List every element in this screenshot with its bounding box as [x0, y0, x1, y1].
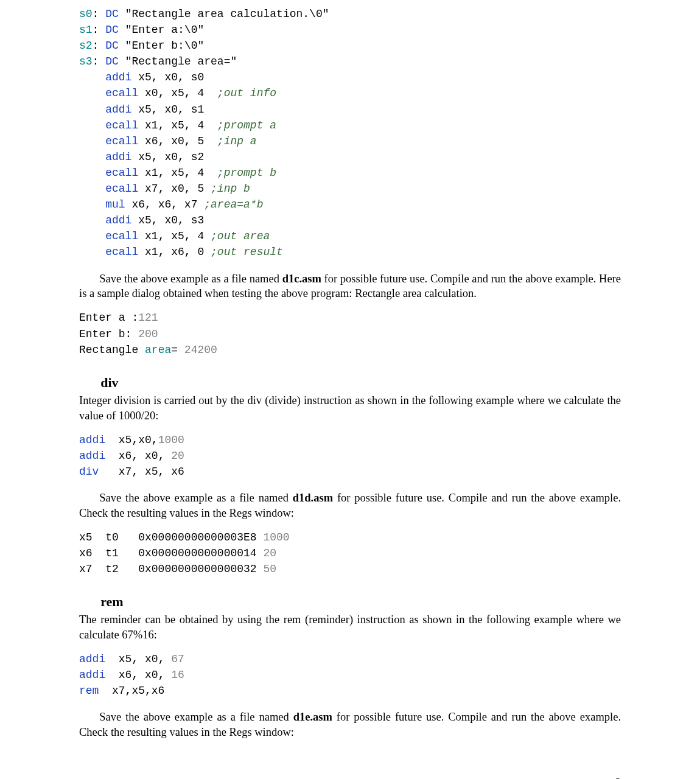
num: 1000 [158, 434, 184, 446]
reg-dec: 20 [263, 547, 276, 559]
str-s3: "Rectangle area=" [125, 55, 237, 68]
args: x5, x0, s1 [131, 103, 204, 116]
op-ecall: ecall [105, 167, 138, 179]
kw-dc: DC [105, 8, 119, 20]
paragraph-save-d1d: Save the above example as a file named d… [79, 491, 621, 521]
dialog-row: Enter a : [79, 312, 138, 324]
num: 67 [171, 653, 184, 665]
num: 16 [171, 669, 184, 681]
args: x5,x0, [105, 434, 158, 446]
op-addi: addi [105, 71, 131, 83]
comment: ;inp b [211, 183, 250, 195]
args: x1, x5, 4 [138, 230, 211, 242]
args: x7,x5,x6 [99, 685, 164, 697]
args: x1, x5, 4 [138, 167, 217, 179]
args: x1, x5, 4 [138, 119, 217, 131]
kw-dc: DC [105, 55, 119, 68]
comment: ;area=a*b [204, 198, 263, 211]
reg-row: x6 t1 [79, 547, 138, 559]
reg-row: x5 t0 [79, 531, 138, 543]
comment: ;prompt a [217, 119, 276, 131]
reg-hex: 0x00000000000003E8 [138, 531, 263, 543]
args: x7, x0, 5 [138, 183, 211, 195]
op-addi: addi [79, 669, 105, 681]
dialog-row: Enter b: [79, 328, 138, 340]
reg-hex: 0x0000000000000032 [138, 563, 263, 575]
dialog-row: area [145, 344, 171, 356]
comment: ;inp a [217, 135, 257, 147]
op-ecall: ecall [105, 135, 138, 147]
str-s1: "Enter a:\0" [125, 24, 205, 36]
regs-div: x5 t0 0x00000000000003E8 1000 x6 t1 0x00… [79, 529, 621, 577]
op-rem: rem [79, 685, 99, 697]
code-div: addi x5,x0,1000 addi x6, x0, 20 div x7, … [79, 432, 621, 480]
heading-rem: rem [100, 594, 621, 610]
label-s2: s2 [79, 40, 93, 52]
dialog-row: = [171, 344, 184, 356]
dialog-row: Rectangle [79, 344, 145, 356]
document-page: s0: DC "Rectangle area calculation.\0" s… [0, 0, 700, 779]
text: Save the above example as a file named [99, 273, 282, 285]
reg-hex: 0x0000000000000014 [138, 547, 263, 559]
page-number: 3 [79, 777, 621, 779]
op-addi: addi [105, 151, 131, 163]
str-s0: "Rectangle area calculation.\0" [125, 8, 329, 20]
code-rectangle: s0: DC "Rectangle area calculation.\0" s… [79, 6, 621, 260]
label-s0: s0 [79, 8, 93, 20]
sample-dialog: Enter a :121 Enter b: 200 Rectangle area… [79, 310, 621, 357]
dialog-value: 200 [138, 328, 158, 340]
dialog-value: 24200 [184, 344, 217, 356]
dialog-value: 121 [138, 312, 158, 324]
filename-d1c: d1c.asm [282, 273, 321, 285]
op-addi: addi [79, 450, 105, 462]
comment: ;out area [211, 230, 270, 242]
reg-dec: 50 [263, 563, 276, 575]
op-mul: mul [105, 198, 125, 211]
code-rem: addi x5, x0, 67 addi x6, x0, 16 rem x7,x… [79, 651, 621, 699]
op-ecall: ecall [105, 119, 138, 131]
op-addi: addi [105, 103, 131, 116]
args: x0, x5, 4 [138, 87, 217, 99]
comment: ;prompt b [217, 167, 276, 179]
args: x5, x0, s2 [131, 151, 204, 163]
text: Save the above example as a file named [99, 492, 292, 504]
reg-row: x7 t2 [79, 563, 138, 575]
op-addi: addi [79, 653, 105, 665]
paragraph-save-d1c: Save the above example as a file named d… [79, 271, 621, 302]
args: x5, x0, [105, 653, 171, 665]
num: 20 [171, 450, 184, 462]
text: Save the above example as a file named [99, 711, 293, 723]
str-s2: "Enter b:\0" [125, 40, 205, 52]
op-addi: addi [79, 434, 105, 446]
args: x6, x0, [105, 669, 171, 681]
args: x5, x0, s3 [131, 214, 204, 226]
paragraph-div: Integer division is carried out by the d… [79, 393, 621, 424]
op-div: div [79, 466, 99, 478]
args: x7, x5, x6 [99, 466, 184, 478]
label-s1: s1 [79, 24, 93, 36]
label-s3: s3 [79, 55, 93, 68]
args: x6, x0, 5 [138, 135, 217, 147]
op-ecall: ecall [105, 246, 138, 258]
filename-d1d: d1d.asm [293, 492, 333, 504]
reg-dec: 1000 [263, 531, 289, 543]
op-ecall: ecall [105, 230, 138, 242]
kw-dc: DC [105, 24, 119, 36]
op-addi: addi [105, 214, 131, 226]
heading-div: div [100, 375, 621, 391]
paragraph-rem: The reminder can be obtained by using th… [79, 612, 621, 643]
comment: ;out result [211, 246, 283, 258]
args: x1, x6, 0 [138, 246, 211, 258]
args: x6, x6, x7 [125, 198, 205, 211]
comment: ;out info [217, 87, 276, 99]
args: x6, x0, [105, 450, 171, 462]
filename-d1e: d1e.asm [293, 711, 332, 723]
kw-dc: DC [105, 40, 119, 52]
op-ecall: ecall [105, 87, 138, 99]
paragraph-save-d1e: Save the above example as a file named d… [79, 710, 621, 740]
op-ecall: ecall [105, 183, 138, 195]
args: x5, x0, s0 [131, 71, 204, 83]
